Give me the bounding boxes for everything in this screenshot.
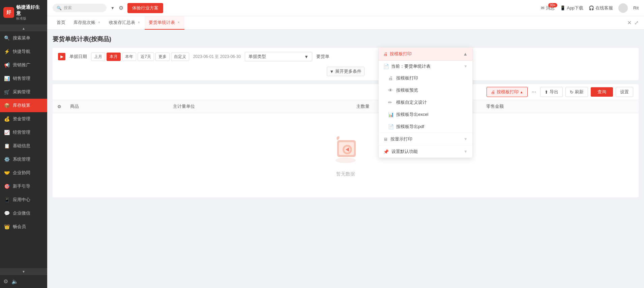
close-window-icon[interactable]: ✕ — [627, 20, 632, 26]
date-range-display: 2023-06-01 至 2023-06-30 — [193, 54, 241, 60]
date-more[interactable]: 更多 — [155, 53, 170, 61]
dropdown-close-button[interactable]: ▲ — [463, 51, 468, 57]
expand-more-btn[interactable]: ▼ 展开更多条件 — [327, 67, 365, 76]
doc-type-select[interactable]: 单据类型 ▼ — [245, 52, 312, 61]
export-pdf-icon: 📄 — [388, 124, 393, 129]
col-settings[interactable]: ⚙ — [53, 100, 66, 113]
filter-panel: ▶ 单据日期 上月 本月 本年 近7天 更多 自定义 2023-06-01 至 … — [53, 48, 639, 80]
system-icon: ⚙️ — [3, 156, 10, 163]
topbar-actions: ✉ 消息 99+ 📱 App下载 🎧 在线客服 Rit — [541, 3, 639, 13]
dropdown-item-template-preview[interactable]: 👁 按模板预览 — [379, 84, 472, 96]
sidebar-scroll-down[interactable]: ▼ — [0, 268, 47, 275]
sidebar-item-enterprise[interactable]: 🤝 企业协同 — [0, 166, 47, 180]
doc-type-arrow: ▼ — [304, 54, 309, 59]
export-label: 导出 — [550, 89, 558, 95]
user-avatar[interactable] — [618, 3, 628, 13]
tab-batch[interactable]: 库存批次账 × — [69, 16, 105, 30]
dropdown-section-set-default[interactable]: 📌 设置默认功能 ▼ — [379, 145, 472, 158]
sidebar-item-wechat[interactable]: 💬 企业微信 — [0, 206, 47, 220]
sidebar-item-quicknav[interactable]: ⚡ 快捷导航 — [0, 45, 47, 58]
date-current-year[interactable]: 本年 — [122, 53, 136, 61]
topbar-gear-icon[interactable]: ⚙ — [119, 5, 123, 11]
query-button[interactable]: 查询 — [591, 87, 613, 97]
template-print-label: 按模板打印 — [396, 75, 418, 81]
empty-icon — [329, 133, 362, 167]
table-toolbar: 🖨 按模板打印 ▲ ··· ⬆ 导出 ↻ 刷新 查询 设置 — [53, 84, 639, 100]
dropdown-item-export-pdf[interactable]: 📄 按模板导出pdf — [379, 121, 472, 133]
print-button[interactable]: 🖨 按模板打印 ▲ — [487, 87, 528, 97]
sidebar-item-operations[interactable]: 📈 经营管理 — [0, 126, 47, 139]
operations-icon: 📈 — [3, 129, 10, 136]
template-preview-label: 按模板预览 — [396, 87, 418, 93]
expand-label: 展开更多条件 — [335, 68, 361, 74]
sidebar-item-system[interactable]: ⚙️ 系统管理 — [0, 153, 47, 166]
appcenter-icon: 📱 — [3, 196, 10, 203]
col-retail-amount: 零售金额 — [482, 100, 639, 113]
toolbar-right: 🖨 按模板打印 ▲ ··· ⬆ 导出 ↻ 刷新 查询 设置 — [487, 87, 633, 97]
messages-button[interactable]: ✉ 消息 99+ — [541, 5, 555, 11]
sidebar-item-purchase[interactable]: 🛒 采购管理 — [0, 85, 47, 99]
refresh-button[interactable]: ↻ 刷新 — [565, 87, 588, 97]
date-prev-month[interactable]: 上月 — [91, 53, 105, 61]
app-download-button[interactable]: 📱 App下载 — [560, 5, 583, 11]
tabs-window-buttons: ✕ ⤢ — [627, 20, 639, 26]
dropdown-item-export-excel[interactable]: 📊 按模板导出excel — [379, 108, 472, 121]
dropdown-section-display-print[interactable]: 🖥 按显示打印 ▼ — [379, 133, 472, 145]
wechat-icon: 💬 — [3, 210, 10, 217]
finance-icon: 💰 — [3, 116, 10, 122]
refresh-label: 刷新 — [575, 89, 584, 95]
tab-home[interactable]: 首页 — [53, 16, 69, 30]
settings-button[interactable]: 设置 — [616, 87, 633, 97]
sidebar-scroll-up[interactable]: ▲ — [0, 25, 47, 31]
online-service-button[interactable]: 🎧 在线客服 — [589, 5, 613, 11]
more-button[interactable]: ··· — [530, 88, 537, 96]
sidebar-item-finance[interactable]: 💰 资金管理 — [0, 112, 47, 126]
export-button[interactable]: ⬆ 导出 — [540, 87, 563, 97]
print-arrow-icon: ▲ — [520, 90, 523, 94]
export-pdf-label: 按模板导出pdf — [396, 124, 424, 130]
messages-badge: 99+ — [548, 3, 557, 7]
trial-button[interactable]: 体验行业方案 — [127, 3, 163, 13]
app-logo: 好 畅捷通好生意 标准版 — [0, 0, 47, 25]
sidebar-item-member[interactable]: 👑 畅会员 — [0, 220, 47, 233]
tab-receipt-label: 收发存汇总表 — [109, 20, 135, 26]
logo-icon: 好 — [3, 7, 14, 18]
sidebar-item-basic[interactable]: 📋 基础信息 — [0, 139, 47, 153]
dropdown-title-text: 按模板打印 — [390, 51, 412, 57]
tab-receipt-close[interactable]: × — [137, 20, 141, 25]
col-unit: 主计量单位 — [169, 100, 352, 113]
set-default-label: 设置默认功能 — [391, 149, 418, 155]
sidebar-item-inventory[interactable]: 📦 库存核算 — [0, 99, 47, 112]
tab-order-stats[interactable]: 要货单统计表 × — [145, 16, 184, 30]
sidebar-item-search[interactable]: 🔍 搜索菜单 — [0, 31, 47, 45]
audio-footer-icon[interactable]: 🔈 — [11, 278, 18, 285]
sidebar-item-newguide[interactable]: 🎯 新手引导 — [0, 180, 47, 193]
date-current-month[interactable]: 本月 — [107, 53, 121, 61]
dropdown-item-template-design[interactable]: ✏ 模板自定义设计 — [379, 96, 472, 108]
sidebar-nav: 🔍 搜索菜单 ⚡ 快捷导航 📢 营销推广 📊 销售管理 🛒 采购管理 📦 库存核… — [0, 31, 47, 268]
tab-batch-close[interactable]: × — [97, 20, 101, 25]
main-content: 🔍 搜索 ▼ ⚙ 体验行业方案 ✉ 消息 99+ 📱 App下载 🎧 在线客服 … — [47, 0, 644, 288]
online-service-icon: 🎧 — [589, 5, 594, 10]
topbar-dropdown-arrow[interactable]: ▼ — [111, 6, 115, 10]
date-custom[interactable]: 自定义 — [171, 53, 189, 61]
tab-order-stats-close[interactable]: × — [177, 20, 180, 25]
dropdown-item-template-print[interactable]: 🖨 按模板打印 — [379, 72, 472, 84]
expand-window-icon[interactable]: ⤢ — [634, 20, 639, 26]
print-label: 按模板打印 — [497, 89, 519, 95]
app-download-icon: 📱 — [560, 5, 565, 10]
dropdown-title: 🖨 按模板打印 — [383, 51, 412, 57]
topbar-search-box[interactable]: 🔍 搜索 — [53, 4, 107, 12]
tab-receipt-summary[interactable]: 收发存汇总表 × — [105, 16, 145, 30]
sidebar-item-appcenter[interactable]: 📱 应用中心 — [0, 193, 47, 206]
sidebar-item-sales[interactable]: 📊 销售管理 — [0, 72, 47, 85]
export-icon: ⬆ — [545, 90, 548, 95]
current-template-icon: 📄 — [383, 64, 389, 69]
sidebar: 好 畅捷通好生意 标准版 ▲ 🔍 搜索菜单 ⚡ 快捷导航 📢 营销推广 📊 销售… — [0, 0, 47, 288]
sidebar-item-marketing[interactable]: 📢 营销推广 — [0, 58, 47, 72]
print-dropdown-menu: 🖨 按模板打印 ▲ 📄 当前：要货单统计表 ▼ 🖨 按模板打印 👁 按模板预览 … — [378, 47, 473, 158]
filter-row-1: ▶ 单据日期 上月 本月 本年 近7天 更多 自定义 2023-06-01 至 … — [58, 52, 633, 61]
filter-expand-icon[interactable]: ▶ — [58, 53, 65, 60]
settings-footer-icon[interactable]: ⚙ — [3, 278, 8, 285]
date-last7[interactable]: 近7天 — [138, 53, 154, 61]
